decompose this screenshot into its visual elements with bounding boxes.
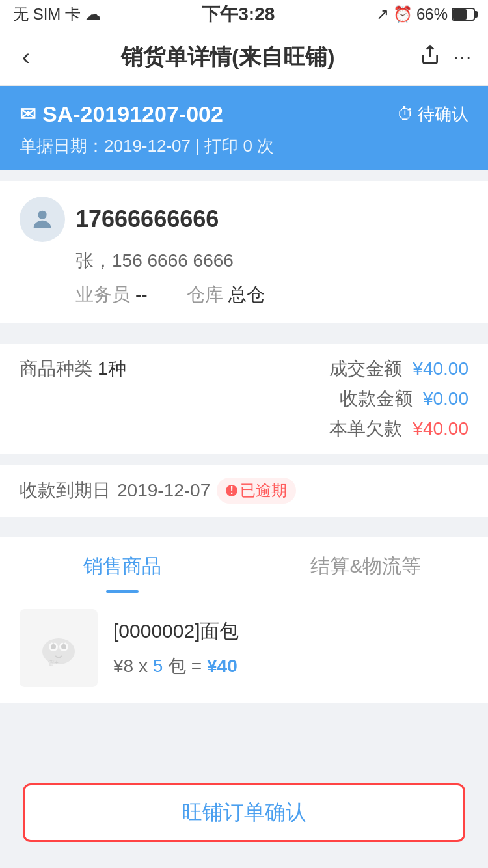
alarm-icon: ⏰ bbox=[393, 5, 413, 23]
customer-name: 张，156 6666 6666 bbox=[75, 249, 468, 273]
order-number: ✉ SA-20191207-002 bbox=[20, 102, 223, 127]
owed-label: 本单欠款 bbox=[329, 416, 402, 441]
status-right: ↗ ⏰ 66% bbox=[376, 5, 475, 23]
received-label: 收款金额 bbox=[340, 387, 413, 411]
avatar bbox=[20, 197, 65, 242]
status-bar: 无 SIM 卡 ☁ 下午3:28 ↗ ⏰ 66% bbox=[0, 0, 488, 29]
sim-label: 无 SIM 卡 ☁ bbox=[13, 4, 101, 25]
due-date-section: 收款到期日 2019-12-07 ! 已逾期 bbox=[0, 465, 488, 517]
transaction-label: 成交金额 bbox=[329, 357, 402, 381]
owed-value: ¥40.00 bbox=[413, 418, 468, 439]
tabs-row: 销售商品 结算&物流等 bbox=[0, 537, 488, 593]
product-item: 管+ [0000002]面包 ¥8 x 5 包 = ¥40 bbox=[0, 593, 488, 703]
clock-icon: ⏱ bbox=[397, 104, 414, 124]
order-status: ⏱ 待确认 bbox=[397, 103, 468, 126]
status-time: 下午3:28 bbox=[202, 2, 275, 27]
customer-phone: 17666666666 bbox=[75, 206, 219, 233]
overdue-icon: ! bbox=[226, 485, 237, 496]
tabs-section: 销售商品 结算&物流等 管+ [0000002]面包 bbox=[0, 537, 488, 703]
salesperson-value: -- bbox=[135, 284, 148, 305]
nav-actions: ··· bbox=[420, 44, 472, 70]
multiply-sign: x bbox=[139, 656, 153, 676]
status-left: 无 SIM 卡 ☁ bbox=[13, 4, 101, 25]
received-value: ¥0.00 bbox=[423, 388, 468, 409]
total-price: ¥40 bbox=[207, 656, 237, 676]
transaction-value: ¥40.00 bbox=[413, 359, 468, 379]
order-header: ✉ SA-20191207-002 ⏱ 待确认 单据日期：2019-12-07 … bbox=[0, 86, 488, 170]
more-icon[interactable]: ··· bbox=[454, 47, 472, 68]
back-button[interactable]: ‹ bbox=[16, 37, 36, 77]
overdue-badge: ! 已逾期 bbox=[217, 478, 296, 504]
equals-sign: = bbox=[191, 656, 207, 676]
product-name: [0000002]面包 bbox=[113, 618, 468, 645]
order-icon: ✉ bbox=[20, 103, 36, 126]
svg-point-6 bbox=[61, 644, 66, 649]
svg-point-1 bbox=[38, 211, 46, 219]
tab-settlement[interactable]: 结算&物流等 bbox=[244, 537, 488, 593]
product-type: 商品种类 1种 bbox=[20, 357, 126, 381]
battery-icon bbox=[452, 8, 475, 21]
due-date: 2019-12-07 bbox=[117, 480, 210, 501]
confirm-button-wrap: 旺铺订单确认 bbox=[23, 783, 465, 842]
customer-section: 17666666666 张，156 6666 6666 业务员 -- 仓库 总仓 bbox=[0, 181, 488, 323]
warehouse-value: 总仓 bbox=[228, 282, 265, 307]
confirm-order-button[interactable]: 旺铺订单确认 bbox=[23, 783, 465, 842]
share-icon[interactable] bbox=[420, 44, 441, 70]
nav-bar: ‹ 销货单详情(来自旺铺) ··· bbox=[0, 29, 488, 86]
salesperson-label: 业务员 bbox=[75, 282, 130, 307]
page-title: 销货单详情(来自旺铺) bbox=[121, 42, 335, 72]
product-info: [0000002]面包 ¥8 x 5 包 = ¥40 bbox=[113, 618, 468, 679]
tab-sales-product[interactable]: 销售商品 bbox=[0, 537, 244, 593]
battery-label: 66% bbox=[416, 5, 448, 23]
quantity: 5 bbox=[153, 656, 163, 676]
svg-point-2 bbox=[42, 638, 75, 664]
warehouse-label: 仓库 bbox=[187, 282, 223, 307]
svg-point-5 bbox=[51, 644, 56, 649]
product-price: ¥8 x 5 包 = ¥40 bbox=[113, 654, 468, 679]
overdue-text: 已逾期 bbox=[240, 480, 287, 501]
location-icon: ↗ bbox=[376, 5, 389, 23]
order-date: 单据日期：2019-12-07 | 打印 0 次 bbox=[20, 135, 468, 157]
customer-meta: 业务员 -- 仓库 总仓 bbox=[75, 282, 468, 307]
due-label: 收款到期日 bbox=[20, 478, 111, 503]
product-thumbnail: 管+ bbox=[20, 609, 98, 687]
svg-text:管+: 管+ bbox=[48, 659, 59, 666]
price-value: ¥8 bbox=[113, 656, 133, 676]
amounts-section: 商品种类 1种 成交金额 ¥40.00 收款金额 ¥0.00 本单欠款 ¥40.… bbox=[0, 344, 488, 454]
unit-label: 包 bbox=[168, 656, 186, 676]
amounts-right: 成交金额 ¥40.00 收款金额 ¥0.00 本单欠款 ¥40.00 bbox=[329, 357, 468, 441]
